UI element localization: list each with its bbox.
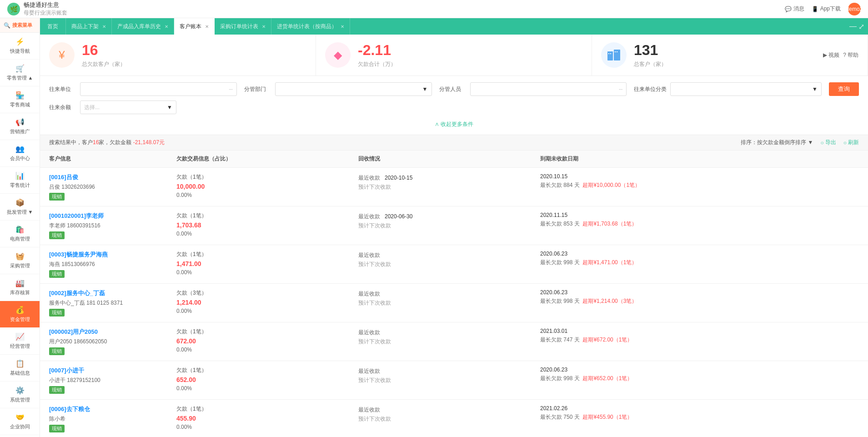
operations-icon: 📈 [15, 332, 25, 341]
sidebar-item-marketing[interactable]: 📢 营销推广 [0, 113, 40, 140]
return-cell-0: 最近收款 2020-10-15 预计下次收款 [358, 173, 540, 191]
close-tab-finished-history[interactable]: ✕ [165, 24, 168, 29]
col-header-return: 回收情况 [358, 155, 540, 163]
close-tab-purchase-stats[interactable]: ✕ [262, 24, 266, 29]
refresh-button[interactable]: ○ 刷新 [843, 139, 859, 146]
export-button[interactable]: ○ 导出 [821, 139, 836, 146]
customer-cell-5: [0007]小进干 小进干 18279152100 现销 [49, 367, 176, 394]
customer-tag-0: 现销 [49, 193, 65, 201]
customer-tag-3: 现销 [49, 309, 65, 316]
sidebar-item-retail-stats[interactable]: 📊 零售统计 [0, 167, 40, 194]
sidebar-item-purchase[interactable]: 🧺 采购管理 [0, 247, 40, 274]
collapse-button[interactable]: ∧ 收起更多条件 [49, 119, 859, 128]
customer-name-1[interactable]: [0001020001]李老师 [49, 212, 176, 220]
logo-area: 🌿 畅捷通好生意 母婴行业演示账套 [7, 1, 67, 17]
customer-cell-0: [0016]吕俊 吕俊 13026203696 现销 [49, 173, 176, 201]
tab-finished-history[interactable]: 产成品入库单历史 ✕ [112, 18, 174, 35]
system-icon: ⚙️ [15, 386, 25, 395]
help-button[interactable]: ? 帮助 [843, 51, 858, 59]
sidebar-item-member[interactable]: 👥 会员中心 [0, 140, 40, 167]
tab-stock-stats[interactable]: 进货单统计表（按商品） ✕ [271, 18, 350, 35]
sidebar-item-finance[interactable]: 💰 资金管理 [0, 301, 40, 328]
table-row: [0007]小进干 小进干 18279152100 现销 欠款（1笔） 652.… [40, 361, 868, 400]
table-row: [0003]畅捷服务尹海燕 海燕 18513066976 现销 欠款（1笔） 1… [40, 245, 868, 284]
debt-cell-3: 欠款（3笔） 1,214.00 0.00% [176, 289, 358, 314]
table-row: [000002]用户2050 用户2050 18665062050 现销 欠款（… [40, 322, 868, 361]
close-tab-stock-stats[interactable]: ✕ [341, 24, 344, 29]
video-view-button[interactable]: ▶ 视频 [823, 51, 839, 59]
sidebar-item-retail-mgmt[interactable]: 🛒 零售管理 ▲ [0, 60, 40, 86]
tab-customer-account[interactable]: 客户账本 ✕ [174, 18, 215, 35]
unit-class-select[interactable]: ▼ [670, 82, 822, 96]
table-row: [0001020001]李老师 李老师 18600391516 现销 欠款（1笔… [40, 206, 868, 245]
customer-phone-3: 服务中心_丁磊 181 0125 8371 [49, 299, 176, 307]
svg-rect-2 [608, 50, 609, 51]
tab-product-listing[interactable]: 商品上下架 ✕ [66, 18, 112, 35]
sidebar-item-enterprise[interactable]: 🤝 企业协同 [0, 408, 40, 435]
sidebar-item-retail-mall[interactable]: 🏪 零售商城 [0, 86, 40, 113]
customer-name-4[interactable]: [000002]用户2050 [49, 328, 176, 336]
customer-name-3[interactable]: [0002]服务中心_丁磊 [49, 289, 176, 297]
ecommerce-icon: 🛍️ [15, 225, 25, 234]
customer-name-2[interactable]: [0003]畅捷服务尹海燕 [49, 251, 176, 259]
tabs-right-actions: — ⤢ [849, 22, 868, 31]
message-button[interactable]: 💬 消息 [785, 5, 804, 13]
sidebar-item-newbie[interactable]: 🎓 新手引导 [0, 435, 40, 437]
finance-icon: 💰 [15, 306, 25, 314]
customer-tag-1: 现销 [49, 231, 65, 239]
filter-row-1: 往来单位 ··· 分管部门 ▼ 分管人员 ··· [49, 82, 859, 96]
stat-info-debt-amount: -2.11 欠款合计（万） [358, 42, 582, 68]
customer-phone-0: 吕俊 13026203696 [49, 183, 176, 191]
tab-purchase-stats[interactable]: 采购订单统计表 ✕ [215, 18, 271, 35]
sidebar-item-warehouse[interactable]: 🏭 库存核算 [0, 274, 40, 301]
sidebar-item-batch-mgmt[interactable]: 📦 批发管理 ▼ [0, 194, 40, 221]
avatar[interactable]: demo2 [848, 3, 861, 15]
customer-tag-4: 现销 [49, 347, 65, 355]
customer-name-6[interactable]: [0006]去下粮仓 [49, 405, 176, 413]
debt-cell-2: 欠款（1笔） 1,471.00 0.00% [176, 251, 358, 276]
stat-card-debt-customers: ¥ 16 总欠款客户（家） [40, 35, 316, 75]
svg-rect-1 [614, 50, 620, 60]
stat-info-debt-customers: 16 总欠款客户（家） [82, 42, 306, 68]
tab-home[interactable]: 首页 [40, 18, 66, 35]
person-input[interactable]: ··· [470, 82, 627, 96]
customer-name-0[interactable]: [0016]吕俊 [49, 173, 176, 181]
stat-label-debt-amount: 欠款合计（万） [358, 60, 582, 68]
customer-phone-1: 李老师 18600391516 [49, 222, 176, 230]
from-unit-input[interactable]: ··· [80, 82, 237, 96]
logo-icon: 🌿 [7, 3, 20, 15]
sidebar-item-basic-info[interactable]: 📋 基础信息 [0, 355, 40, 382]
sidebar-item-ecommerce[interactable]: 🛍️ 电商管理 [0, 221, 40, 247]
search-button[interactable]: 查询 [829, 82, 859, 96]
app-download-button[interactable]: 📱 App下载 [812, 5, 841, 13]
minimize-icon[interactable]: — [849, 22, 857, 30]
table-row: [0016]吕俊 吕俊 13026203696 现销 欠款（1笔） 10,000… [40, 168, 868, 206]
svg-rect-5 [610, 53, 611, 54]
customer-cell-3: [0002]服务中心_丁磊 服务中心_丁磊 181 0125 8371 现销 [49, 289, 176, 316]
unit-class-chevron-icon: ▼ [812, 86, 818, 92]
stat-label-total-customers: 总客户（家） [634, 60, 816, 68]
balance-select[interactable]: 选择... ▼ [80, 100, 176, 114]
close-tab-customer-account[interactable]: ✕ [205, 24, 209, 29]
stat-card-right-actions: ▶ 视频 ? 帮助 [823, 51, 858, 59]
debt-cell-5: 欠款（1笔） 652.00 0.00% [176, 367, 358, 392]
return-cell-4: 最近收款 预计下次收款 [358, 328, 540, 346]
retail-mgmt-icon: 🛒 [15, 64, 25, 73]
sidebar-item-quick-nav[interactable]: ⚡ 快捷导航 [0, 33, 40, 60]
filter-area: 往来单位 ··· 分管部门 ▼ 分管人员 ··· [40, 76, 868, 135]
maximize-icon[interactable]: ⤢ [858, 22, 864, 31]
enterprise-icon: 🤝 [15, 413, 25, 422]
sidebar-item-operations[interactable]: 📈 经营管理 [0, 328, 40, 355]
filter-unit-class: 往来单位分类 ▼ [634, 82, 822, 96]
svg-rect-4 [608, 53, 609, 54]
return-cell-5: 最近收款 预计下次收款 [358, 367, 540, 384]
sidebar-item-system[interactable]: ⚙️ 系统管理 [0, 382, 40, 408]
sidebar-item-search-menu[interactable]: 🔍 搜索菜单 [0, 18, 40, 33]
dept-select[interactable]: ▼ [275, 82, 432, 96]
customer-name-5[interactable]: [0007]小进干 [49, 367, 176, 375]
stat-number-debt-customers: 16 [82, 42, 306, 59]
customer-cell-6: [0006]去下粮仓 陈小希 现销 [49, 405, 176, 432]
close-tab-product-listing[interactable]: ✕ [102, 24, 106, 29]
filter-person: 分管人员 ··· [439, 82, 627, 96]
return-cell-2: 最近收款 预计下次收款 [358, 251, 540, 268]
